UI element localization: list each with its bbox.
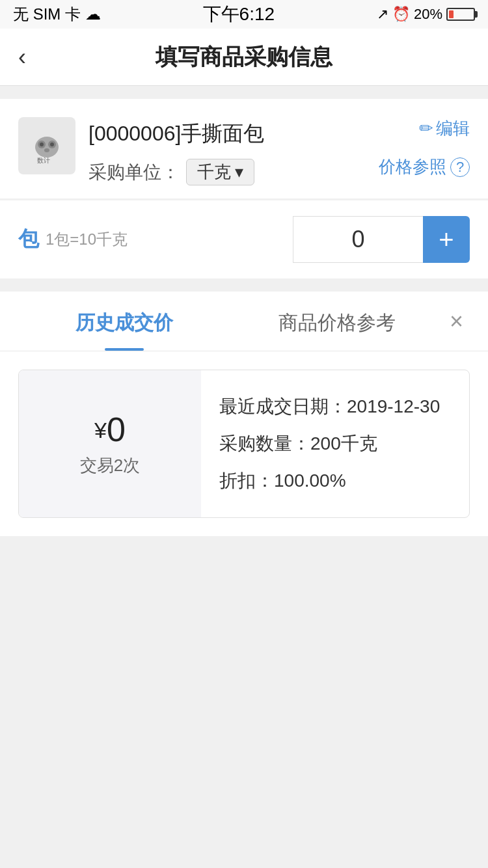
- svg-point-4: [50, 142, 54, 146]
- back-button[interactable]: ‹: [18, 44, 26, 71]
- trade-count: 交易2次: [80, 454, 140, 477]
- price-ref-button[interactable]: 价格参照 ?: [379, 156, 470, 178]
- dropdown-icon: ▾: [235, 162, 243, 182]
- alarm-icon: ⏰: [392, 6, 410, 23]
- edit-label: 编辑: [436, 117, 470, 140]
- discount-value: 100.00%: [274, 470, 346, 491]
- quantity-label: 包 1包=10千克: [18, 225, 128, 254]
- product-image: 数计: [18, 117, 75, 174]
- unit-selector[interactable]: 千克 ▾: [186, 159, 254, 185]
- history-card: ¥0 交易2次 最近成交日期：2019-12-30 采购数量：200千克 折扣：…: [18, 370, 470, 518]
- status-time: 下午6:12: [203, 2, 275, 27]
- quantity-row: 包 1包=10千克 +: [0, 200, 488, 278]
- history-price-value: ¥0: [94, 410, 126, 449]
- battery-icon: [446, 8, 475, 21]
- tab-product-price-ref[interactable]: 商品价格参考: [230, 292, 442, 351]
- bottom-empty-area: [0, 536, 488, 868]
- product-name: [0000006]手撕面包: [88, 120, 264, 148]
- product-logo-icon: 数计: [27, 126, 66, 165]
- history-details: 最近成交日期：2019-12-30 采购数量：200千克 折扣：100.00%: [201, 370, 469, 517]
- battery-fill: [449, 10, 454, 18]
- status-right: ↗ ⏰ 20%: [377, 6, 475, 23]
- quantity-plus-button[interactable]: +: [423, 216, 470, 263]
- page-title: 填写商品采购信息: [156, 42, 332, 72]
- product-header: 数计 [0000006]手撕面包 采购单位： 千克 ▾ ✏ 编辑: [18, 117, 470, 185]
- svg-point-5: [44, 148, 49, 152]
- price-ref-label: 价格参照: [379, 156, 446, 178]
- quantity-sub-label: 1包=10千克: [46, 229, 128, 250]
- panel-tabs: 历史成交价 商品价格参考 ×: [0, 292, 488, 351]
- quantity-unit-icon: 包: [18, 225, 39, 254]
- unit-value: 千克: [197, 161, 231, 183]
- panel-close-button[interactable]: ×: [443, 295, 470, 348]
- recent-date-label: 最近成交日期：: [219, 396, 347, 416]
- purchase-quantity-row: 采购数量：200千克: [219, 431, 451, 456]
- svg-point-3: [40, 142, 44, 146]
- recent-date-row: 最近成交日期：2019-12-30: [219, 394, 451, 419]
- tab-history-price[interactable]: 历史成交价: [18, 292, 230, 351]
- edit-icon: ✏: [419, 118, 433, 139]
- svg-text:数计: 数计: [37, 157, 50, 164]
- product-info: [0000006]手撕面包 采购单位： 千克 ▾: [88, 117, 264, 185]
- status-left: 无 SIM 卡 ☁: [13, 4, 101, 25]
- sim-status: 无 SIM 卡 ☁: [13, 4, 101, 25]
- nav-bar: ‹ 填写商品采购信息: [0, 29, 488, 86]
- battery-percent: 20%: [414, 6, 442, 23]
- discount-row: 折扣：100.00%: [219, 468, 451, 493]
- unit-label: 采购单位：: [88, 160, 180, 185]
- purchase-quantity-label: 采购数量：: [219, 433, 310, 454]
- quantity-input[interactable]: [293, 216, 423, 263]
- status-bar: 无 SIM 卡 ☁ 下午6:12 ↗ ⏰ 20%: [0, 0, 488, 29]
- recent-date-value: 2019-12-30: [347, 396, 440, 416]
- history-section: ¥0 交易2次 最近成交日期：2019-12-30 采购数量：200千克 折扣：…: [0, 351, 488, 536]
- purchase-quantity-value: 200千克: [310, 433, 377, 454]
- quantity-control: +: [293, 216, 470, 263]
- product-unit-row: 采购单位： 千克 ▾: [88, 159, 264, 185]
- price-ref-icon: ?: [450, 157, 470, 177]
- history-price-summary: ¥0 交易2次: [19, 370, 201, 517]
- location-icon: ↗: [377, 6, 388, 23]
- product-card: 数计 [0000006]手撕面包 采购单位： 千克 ▾ ✏ 编辑: [0, 99, 488, 198]
- edit-button[interactable]: ✏ 编辑: [419, 117, 470, 140]
- price-number: 0: [107, 411, 126, 448]
- discount-label: 折扣：: [219, 470, 274, 491]
- yuan-symbol: ¥: [94, 418, 107, 443]
- product-left: 数计 [0000006]手撕面包 采购单位： 千克 ▾: [18, 117, 264, 185]
- price-panel: 历史成交价 商品价格参考 × ¥0 交易2次 最近成交日期：2019-12-30…: [0, 292, 488, 536]
- svg-point-0: [35, 137, 59, 157]
